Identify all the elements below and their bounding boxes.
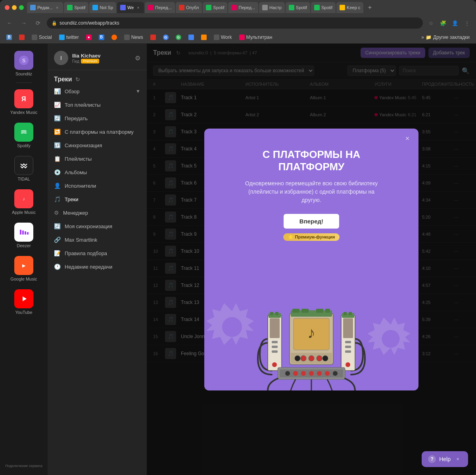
- browser-tab[interactable]: Not Sp: [89, 2, 116, 13]
- bookmark-favicon-bullet: [111, 35, 117, 40]
- browser-tab[interactable]: Настр: [259, 2, 285, 13]
- bookmark-favicon-gmail: [150, 35, 156, 40]
- nav-item-platform[interactable]: 🔁 С платформы на платформу: [48, 125, 147, 138]
- bookmark-favicon-vk: В: [6, 35, 12, 40]
- traffic-lights: [5, 5, 24, 10]
- browser-tab[interactable]: Перед...: [228, 2, 258, 13]
- platform-item-spotify[interactable]: Spotify: [4, 119, 44, 151]
- bookmark-news-label: News: [131, 35, 143, 40]
- content-area: S Soundiiz Я Yandex Music: [0, 44, 476, 475]
- nav-item-top[interactable]: 📈 Топ плейлисты: [48, 98, 147, 112]
- bookmark-favicon-docs: [188, 35, 194, 40]
- extensions-icon[interactable]: 🧩: [438, 18, 448, 28]
- maxsmart-icon: 🔗: [54, 237, 61, 243]
- browser-tab[interactable]: Опубл: [176, 2, 202, 13]
- maximize-traffic-light[interactable]: [19, 5, 24, 10]
- minimize-traffic-light[interactable]: [12, 5, 17, 10]
- back-button[interactable]: ←: [4, 17, 15, 29]
- nav-item-label: С платформы на платформу: [65, 129, 134, 135]
- tab-label: Keep c: [347, 5, 360, 10]
- platform-item-youtube[interactable]: YouTube: [4, 286, 44, 318]
- platform-item-tidal[interactable]: TIDAL: [4, 153, 44, 185]
- bookmark-b[interactable]: ●: [83, 33, 95, 41]
- svg-rect-37: [301, 309, 309, 313]
- bookmark-orange[interactable]: [198, 33, 210, 41]
- url-bar[interactable]: 🔒 soundiiz.com/webapp/tracks: [47, 17, 423, 29]
- tab-favicon: [231, 5, 237, 10]
- nav-item-label: Менеджер: [63, 210, 88, 216]
- browser-tab[interactable]: Keep c: [336, 2, 363, 13]
- modal-close-button[interactable]: ×: [402, 133, 413, 144]
- help-widget[interactable]: ? Help ×: [422, 451, 468, 467]
- nav-item-transfer[interactable]: 🔄 Передать: [48, 112, 147, 125]
- bookmark-g2[interactable]: G: [173, 33, 184, 41]
- page-title-area: Треки ↻: [48, 73, 147, 85]
- nav-item-history[interactable]: 🕐 Недавние передачи: [48, 260, 147, 273]
- platform-item-yandex[interactable]: Я Yandex Music: [4, 86, 44, 118]
- bookmark-favicon-orange: [201, 35, 207, 40]
- bookmark-bullet[interactable]: [108, 33, 120, 41]
- tab-close-icon[interactable]: ×: [135, 5, 141, 10]
- music-machine-illustration: ♪: [256, 291, 367, 390]
- bookmark-work-label: Work: [221, 35, 232, 40]
- apple-music-label: Apple Music: [12, 210, 36, 215]
- settings-icon[interactable]: ⚙: [135, 54, 140, 62]
- nav-item-tracks[interactable]: 🎵 Треки: [48, 192, 147, 206]
- bookmark-vk[interactable]: В: [3, 33, 15, 41]
- platform-item-apple[interactable]: ♪ Apple Music: [4, 186, 44, 218]
- browser-tab[interactable]: Перед...: [145, 2, 175, 13]
- browser-tab[interactable]: Spotif: [286, 2, 310, 13]
- bookmark-multitran[interactable]: Мультитран: [236, 33, 276, 41]
- google-music-icon: ▶: [14, 256, 33, 275]
- menu-icon[interactable]: ⋮: [462, 18, 472, 28]
- bookmark-news[interactable]: News: [121, 33, 146, 41]
- overview-chevron-icon: ▼: [136, 88, 140, 94]
- browser-tab[interactable]: Spotif: [203, 2, 227, 13]
- bookmarks-more[interactable]: » 📁 Другие закладки: [418, 33, 473, 41]
- modal-forward-button[interactable]: Вперед!: [284, 214, 339, 229]
- refresh-icon[interactable]: ↻: [75, 76, 80, 83]
- other-bookmarks-folder-icon: 📁: [426, 35, 432, 40]
- modal-overlay[interactable]: × С ПЛАТФОРМЫ НАПЛАТФОРМУ Одновременно п…: [147, 44, 476, 475]
- nav-item-albums[interactable]: 💿 Альбомы: [48, 165, 147, 179]
- bookmark-g1[interactable]: G: [160, 33, 172, 41]
- tab-close-icon[interactable]: ×: [54, 5, 60, 10]
- nav-item-maxsmart[interactable]: 🔗 Max Smartlink: [48, 233, 147, 246]
- autoconvert-icon: 📝: [54, 250, 61, 256]
- bookmark-social[interactable]: Social: [29, 33, 55, 41]
- bookmark-b2[interactable]: B: [96, 33, 107, 41]
- bookmark-star-icon[interactable]: ☆: [426, 18, 436, 28]
- tab-label: Spotif: [74, 5, 85, 10]
- new-tab-button[interactable]: +: [364, 2, 375, 13]
- platform-item-deezer[interactable]: Deezer: [4, 219, 44, 251]
- user-info: Ilia Kichaev Гид Premium: [72, 53, 131, 63]
- bookmark-twitter[interactable]: twitter: [56, 33, 82, 41]
- nav-item-autoconvert[interactable]: 📝 Правила подбора: [48, 246, 147, 260]
- browser-tab[interactable]: Редак... ×: [27, 2, 63, 13]
- nav-item-followed[interactable]: 👤 Исполнители: [48, 179, 147, 192]
- tab-favicon: [92, 5, 98, 10]
- nav-item-sync[interactable]: 🔃 Синхронизация: [48, 138, 147, 152]
- platform-item-google[interactable]: ▶ Google Music: [4, 253, 44, 285]
- close-traffic-light[interactable]: [5, 5, 10, 10]
- nav-item-mysync[interactable]: 🔄 Моя синхронизация: [48, 219, 147, 233]
- bookmark-gmail[interactable]: [147, 33, 159, 41]
- bookmark-mail[interactable]: [16, 33, 28, 41]
- forward-button[interactable]: →: [18, 17, 29, 29]
- browser-tab[interactable]: Spotif: [311, 2, 336, 13]
- nav-item-playlists[interactable]: 📋 Плейлисты: [48, 152, 147, 165]
- platform-item-soundiiz[interactable]: S Soundiiz: [4, 48, 44, 79]
- reload-button[interactable]: ⟳: [33, 17, 44, 29]
- bookmark-label: twitter: [66, 35, 79, 40]
- google-music-label: Google Music: [10, 277, 37, 281]
- bookmark-docs[interactable]: [185, 33, 197, 41]
- account-icon[interactable]: 👤: [450, 18, 460, 28]
- help-close-icon[interactable]: ×: [454, 455, 462, 463]
- browser-tab[interactable]: Spotif: [64, 2, 88, 13]
- browser-tab-active[interactable]: We ×: [117, 2, 144, 13]
- bookmark-work[interactable]: Work: [211, 33, 235, 41]
- connect-service-label[interactable]: Подключение сервиса: [5, 464, 42, 468]
- nav-item-manage[interactable]: ⚙ Менеджер: [48, 206, 147, 219]
- tab-label: Not Sp: [100, 5, 113, 10]
- nav-item-overview[interactable]: 📊 Обзор ▼: [48, 85, 147, 98]
